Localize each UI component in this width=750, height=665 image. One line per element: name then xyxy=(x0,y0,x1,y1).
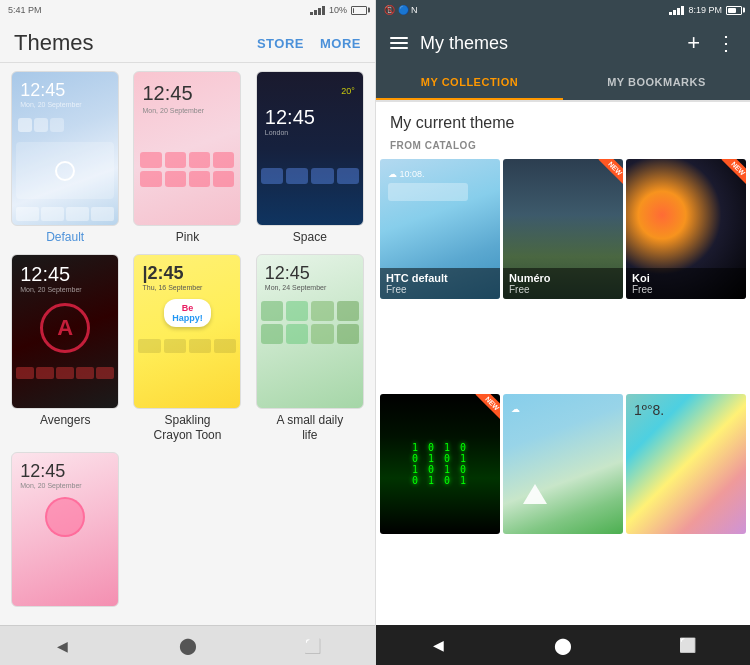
signal-icon xyxy=(310,5,325,15)
back-button-right[interactable]: ◀ xyxy=(426,633,450,657)
theme-label-pink: Pink xyxy=(176,230,199,244)
new-badge-matrix xyxy=(466,394,500,428)
theme-item-space[interactable]: 20° 12:45 London Space xyxy=(251,71,369,250)
tab-my-collection[interactable]: MY COLLECTION xyxy=(376,66,563,100)
theme-thumb-space[interactable]: 20° 12:45 London xyxy=(256,71,364,226)
store-button[interactable]: STORE xyxy=(257,36,304,51)
theme-thumb-avengers[interactable]: 12:45 Mon, 20 September A xyxy=(11,254,119,409)
theme-item-default[interactable]: 12:45 Mon, 20 September Default xyxy=(6,71,124,250)
more-button[interactable]: MORE xyxy=(320,36,361,51)
home-button[interactable]: ⬤ xyxy=(176,634,200,658)
theme-thumb-crayon[interactable]: |2:45 Thu, 16 September Be Happy! xyxy=(133,254,241,409)
koi-label: Koi Free xyxy=(626,268,746,299)
thumb-time-space: 12:45 xyxy=(257,98,363,129)
numero-label: Numéro Free xyxy=(503,268,623,299)
right-title: My themes xyxy=(420,33,508,54)
theme-label-avengers: Avengers xyxy=(40,413,90,427)
theme-thumb-pink[interactable]: 12:45 Mon, 20 September xyxy=(133,71,241,226)
signal-icon-right xyxy=(669,5,684,15)
right-header-actions: + ⋮ xyxy=(687,30,736,56)
theme-label-space: Space xyxy=(293,230,327,244)
left-header-actions: STORE MORE xyxy=(257,36,361,51)
theme-item-pink[interactable]: 12:45 Mon, 20 September Pink xyxy=(128,71,246,250)
thumb-time-pink: 12:45 xyxy=(134,72,240,107)
tabs-row: MY COLLECTION MY BOOKMARKS xyxy=(376,66,750,102)
battery-percent: 10% xyxy=(329,5,347,15)
right-header-left: My themes xyxy=(390,33,508,54)
catalog-item-htc[interactable]: ☁ 10:08. HTC default Free xyxy=(380,159,500,299)
catalog-grid: ☁ 10:08. HTC default Free Numéro Free Ko… xyxy=(376,159,750,625)
theme-thumb-daily[interactable]: 12:45 Mon, 24 September xyxy=(256,254,364,409)
catalog-item-nature[interactable]: ☁ xyxy=(503,394,623,534)
themes-grid: 12:45 Mon, 20 September Default xyxy=(0,63,375,625)
theme-label-crayon: Spakling Crayon Toon xyxy=(154,413,222,442)
theme-label-daily: A small daily life xyxy=(276,413,343,442)
back-button[interactable]: ◀ xyxy=(51,634,75,658)
htc-label: HTC default Free xyxy=(380,268,500,299)
recent-button[interactable]: ⬜ xyxy=(301,634,325,658)
theme-item-crayon[interactable]: |2:45 Thu, 16 September Be Happy! Spakli… xyxy=(128,254,246,448)
theme-label-default: Default xyxy=(46,230,84,244)
tab-my-bookmarks[interactable]: MY BOOKMARKS xyxy=(563,66,750,100)
right-header: My themes + ⋮ xyxy=(376,20,750,66)
battery-icon xyxy=(351,6,367,15)
status-icons-right: 📵 🔵 N xyxy=(384,5,418,15)
theme-item-daily[interactable]: 12:45 Mon, 24 September A small daily li… xyxy=(251,254,369,448)
bottom-nav-right: ◀ ⬤ ⬜ xyxy=(376,625,750,665)
catalog-item-matrix[interactable]: 1 0 1 00 1 0 11 0 1 00 1 0 1 xyxy=(380,394,500,534)
theme-thumb-flower[interactable]: 12:45 Mon, 20 September xyxy=(11,452,119,607)
theme-item-avengers[interactable]: 12:45 Mon, 20 September A Avengers xyxy=(6,254,124,448)
status-time-right: 8:19 PM xyxy=(688,5,722,15)
theme-thumb-default[interactable]: 12:45 Mon, 20 September xyxy=(11,71,119,226)
battery-icon-right xyxy=(726,6,742,15)
catalog-item-geometric[interactable]: 1º°8. xyxy=(626,394,746,534)
status-time-left: 5:41 PM xyxy=(8,5,42,15)
overflow-button[interactable]: ⋮ xyxy=(716,31,736,55)
left-title: Themes xyxy=(14,30,93,56)
left-header: Themes STORE MORE xyxy=(0,20,375,63)
recent-button-right[interactable]: ⬜ xyxy=(676,633,700,657)
status-bar-left: 5:41 PM 10% xyxy=(0,0,375,20)
home-button-right[interactable]: ⬤ xyxy=(551,633,575,657)
add-button[interactable]: + xyxy=(687,30,700,56)
section-subtitle: FROM CATALOG xyxy=(376,136,750,159)
new-badge-koi xyxy=(712,159,746,193)
catalog-item-koi[interactable]: Koi Free xyxy=(626,159,746,299)
new-badge-numero xyxy=(589,159,623,193)
theme-item-flower[interactable]: 12:45 Mon, 20 September xyxy=(6,452,124,617)
left-panel: 5:41 PM 10% Themes STORE MORE 12:45 xyxy=(0,0,375,665)
right-panel: 📵 🔵 N 8:19 PM My themes + ⋮ MY COLLECTIO… xyxy=(375,0,750,665)
bottom-nav-left: ◀ ⬤ ⬜ xyxy=(0,625,375,665)
catalog-item-numero[interactable]: Numéro Free xyxy=(503,159,623,299)
status-bar-right: 📵 🔵 N 8:19 PM xyxy=(376,0,750,20)
section-title: My current theme xyxy=(376,102,750,136)
thumb-time: 12:45 xyxy=(12,72,118,101)
menu-icon[interactable] xyxy=(390,37,408,49)
